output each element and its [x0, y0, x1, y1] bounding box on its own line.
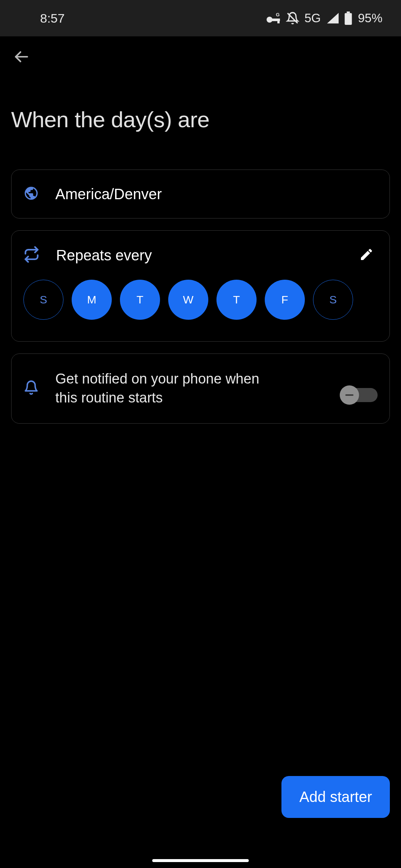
day-chip-3[interactable]: W: [168, 280, 208, 320]
day-chip-0[interactable]: S: [23, 280, 63, 320]
pencil-icon: [359, 247, 374, 263]
toggle-knob: [340, 385, 359, 405]
network-label: 5G: [304, 11, 321, 25]
dnd-silent-icon: [286, 11, 299, 25]
back-button[interactable]: [8, 45, 34, 70]
days-row: SMTWTFS: [23, 280, 378, 326]
svg-text:G: G: [276, 13, 280, 17]
timezone-card[interactable]: America/Denver: [11, 170, 390, 218]
svg-rect-2: [277, 19, 280, 23]
app-body: When the day(s) are America/Denver: [0, 36, 401, 424]
repeats-label: Repeats every: [56, 247, 152, 264]
edit-repeats-button[interactable]: [359, 247, 378, 263]
signal-icon: [326, 13, 339, 24]
status-time: 8:57: [40, 11, 65, 26]
add-starter-label: Add starter: [299, 789, 372, 805]
status-right: G 5G 95%: [266, 11, 382, 25]
notify-card: Get notified on your phone when this rou…: [11, 354, 390, 424]
page-title: When the day(s) are: [11, 107, 401, 132]
status-bar: 8:57 G 5G: [0, 0, 401, 36]
nav-bar-bg: [0, 842, 401, 868]
repeat-icon: [23, 246, 40, 264]
vpn-key-icon: G: [266, 13, 281, 24]
svg-rect-6: [345, 13, 352, 25]
day-chip-2[interactable]: T: [120, 280, 160, 320]
day-chip-5[interactable]: F: [265, 280, 305, 320]
day-chip-1[interactable]: M: [72, 280, 112, 320]
day-chip-6[interactable]: S: [313, 280, 353, 320]
notify-text: Get notified on your phone when this rou…: [55, 369, 278, 408]
gesture-nav-pill[interactable]: [152, 859, 249, 862]
bell-icon: [23, 380, 39, 397]
globe-icon: [23, 185, 39, 203]
day-chip-4[interactable]: T: [216, 280, 257, 320]
svg-rect-5: [347, 11, 350, 13]
battery-icon: [344, 11, 353, 25]
repeats-card: Repeats every SMTWTFS: [11, 230, 390, 342]
arrow-back-icon: [13, 49, 29, 66]
svg-point-0: [267, 17, 273, 23]
battery-percent: 95%: [358, 11, 382, 25]
notify-toggle[interactable]: [341, 388, 378, 402]
timezone-value: America/Denver: [55, 186, 162, 203]
add-starter-button[interactable]: Add starter: [281, 776, 390, 818]
